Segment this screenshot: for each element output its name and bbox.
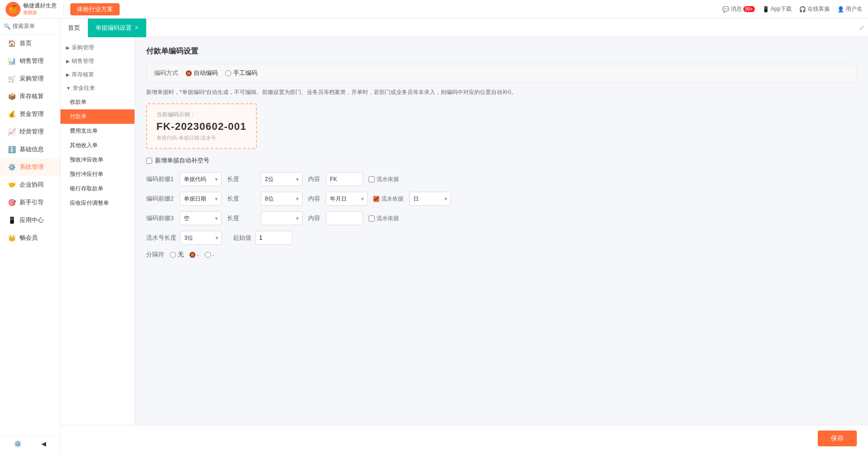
sub-item-adjustment[interactable]: 应收应付调整单 [61,196,135,210]
separator-dot2-option[interactable]: · [205,251,215,258]
prefix2-select[interactable]: 单据日期 [180,192,222,206]
sidebar-item-operations[interactable]: 📈 经营管理 [0,123,60,141]
preview-label: 当前编码示例： [156,111,247,119]
logo-icon: 🍊 [6,2,20,17]
start-value-input[interactable] [255,231,292,245]
config-row-1: 编码前缀1 单据代码 ▼ 长度 2位 ▼ 内容 [146,172,857,186]
app-label: App下载 [771,5,792,13]
group-stock-title[interactable]: ▶ 库存核算 [61,68,135,81]
sidebar: 🔍 搜索菜单 🏠 首页 📊 销售管理 🛒 采购管理 📦 库存核算 💰 资金管理 … [0,19,61,451]
sub-item-bank[interactable]: 银行存取款单 [61,182,135,196]
prefix1-select-wrapper: 单据代码 ▼ [180,172,222,186]
content3-input[interactable] [326,211,363,225]
period-select[interactable]: 日 月 年 [409,192,451,206]
sidebar-item-home[interactable]: 🏠 首页 [0,34,60,52]
serial1-checkbox[interactable] [369,176,375,182]
sidebar-item-member[interactable]: 👑 畅会员 [0,229,60,247]
auto-fill-checkbox[interactable] [146,158,152,164]
tab-close-icon[interactable]: ✕ [135,25,139,31]
serial2-checkbox-row: 流水依据 [373,195,404,203]
group-capital-title[interactable]: ▼ 资金往来 [61,81,135,95]
sub-item-other-income[interactable]: 其他收入单 [61,138,135,153]
tabbar-right: ⤢ [859,24,868,31]
sidebar-item-purchase[interactable]: 🛒 采购管理 [0,70,60,88]
sub-item-pre-payment[interactable]: 预付冲应付单 [61,167,135,182]
content2-select[interactable]: 年月日 [326,192,368,206]
length2-select[interactable]: 8位 [261,192,303,206]
group-stock-label: 库存核算 [72,71,94,79]
separator-none-radio[interactable] [170,252,176,258]
auto-encode-option[interactable]: 自动编码 [186,69,218,77]
manual-encode-radio[interactable] [225,70,231,76]
tab-expand-icon[interactable]: ⤢ [859,24,864,31]
tab-encoding-label: 单据编码设置 [95,24,132,32]
group-sales-label: 销售管理 [72,57,94,65]
prefix1-select[interactable]: 单据代码 [180,172,222,186]
group-sales-title[interactable]: ▶ 销售管理 [61,54,135,68]
service-icon: 🎧 [799,6,806,13]
settings-icon[interactable]: ⚙️ [14,440,21,447]
group-purchase-arrow: ▶ [66,45,70,50]
sub-item-expense[interactable]: 费用支出单 [61,124,135,138]
serial3-checkbox[interactable] [369,215,375,222]
sidebar-label-guide: 新手引导 [20,198,44,207]
serial-length-select[interactable]: 3位 [180,231,222,245]
enterprise-icon: 🤝 [7,181,16,189]
sidebar-item-inventory[interactable]: 📦 库存核算 [0,88,60,105]
main-content-panel: 付款单编码设置 编码方式 自动编码 手工编码 [135,37,868,425]
serial-length-select-wrapper: 3位 ▼ [180,231,222,245]
length1-select[interactable]: 2位 [261,172,303,186]
tabbar: 首页 单据编码设置 ✕ ⤢ [61,19,868,37]
sidebar-item-apps[interactable]: 📱 应用中心 [0,211,60,229]
length1-select-wrapper: 2位 ▼ [261,172,303,186]
user-icon: 👤 [837,6,844,13]
tab-encoding-settings[interactable]: 单据编码设置 ✕ [88,19,147,37]
content-area: 首页 单据编码设置 ✕ ⤢ ▶ 采购管理 [61,19,868,451]
serial3-checkbox-row: 流水依据 [369,215,399,222]
topbar: 🍊 畅捷通好生意 旗舰版 体验行业方案 💬 消息 99+ 📱 App下载 🎧 在… [0,0,868,19]
sidebar-label-operations: 经营管理 [20,128,44,136]
sidebar-search[interactable]: 🔍 搜索菜单 [0,19,60,34]
save-button[interactable]: 保存 [818,431,857,446]
group-purchase-title[interactable]: ▶ 采购管理 [61,41,135,54]
manual-encode-option[interactable]: 手工编码 [225,69,257,77]
group-purchase: ▶ 采购管理 [61,41,135,54]
user-avatar[interactable]: 👤 用户名 [837,5,862,13]
serial-length-item: 流水号长度 3位 ▼ [146,231,222,245]
content2-label: 内容 [308,195,320,203]
message-button[interactable]: 💬 消息 99+ [722,5,755,13]
sidebar-item-guide[interactable]: 🎯 新手引导 [0,194,60,211]
separator-dot2-radio[interactable] [205,252,211,258]
serial2-checkbox[interactable] [373,196,379,202]
industry-button[interactable]: 体验行业方案 [70,3,120,15]
length2-label: 长度 [227,195,255,203]
sidebar-item-finance[interactable]: 💰 资金管理 [0,105,60,123]
sub-item-payment[interactable]: 付款单 [61,109,135,124]
sidebar-item-system[interactable]: ⚙️ 系统管理 [0,158,60,176]
sidebar-item-sales[interactable]: 📊 销售管理 [0,52,60,70]
collapse-icon[interactable]: ◀ [41,440,46,447]
content1-input[interactable] [326,172,363,186]
sub-item-receipt[interactable]: 收款单 [61,95,135,109]
page-title: 付款单编码设置 [146,47,857,56]
divider [63,4,64,15]
tab-home[interactable]: 首页 [61,19,88,37]
online-service-button[interactable]: 🎧 在线客服 [799,5,830,13]
separator-dot-option[interactable]: · [189,251,199,258]
length3-select[interactable] [261,211,303,225]
auto-encode-radio[interactable] [186,70,192,76]
separator-none-option[interactable]: 无 [170,250,184,259]
sub-item-pre-receipt[interactable]: 预收冲应收单 [61,153,135,167]
sidebar-label-apps: 应用中心 [20,216,44,224]
auto-fill-row: 新增单据自动补空号 [146,156,857,165]
separator-dot-radio[interactable] [189,252,195,258]
sidebar-item-enterprise[interactable]: 🤝 企业协同 [0,176,60,194]
prefix3-select[interactable]: 空 [180,211,222,225]
group-stock: ▶ 库存核算 [61,68,135,81]
search-label: 搜索菜单 [13,22,35,30]
logo: 🍊 畅捷通好生意 旗舰版 [6,2,57,17]
app-download-button[interactable]: 📱 App下载 [762,5,792,13]
sidebar-label-system: 系统管理 [20,163,44,171]
auto-fill-label: 新增单据自动补空号 [155,156,209,165]
sidebar-item-basic[interactable]: ℹ️ 基础信息 [0,141,60,158]
